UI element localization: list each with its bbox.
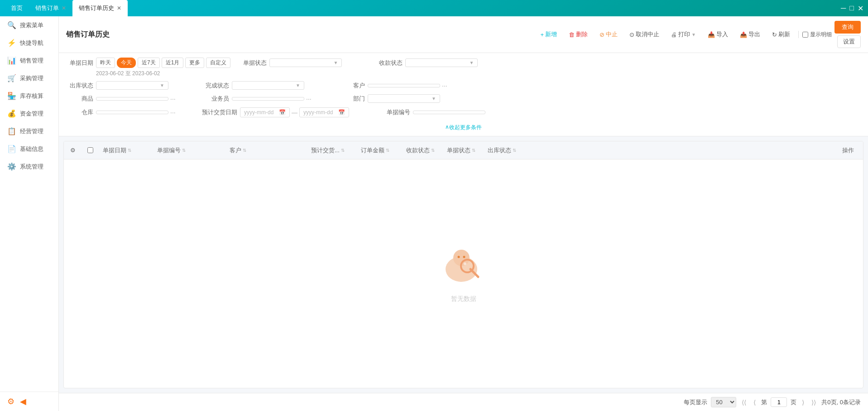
stop-icon: ⊘ bbox=[599, 31, 604, 38]
import-icon: 📥 bbox=[708, 31, 715, 38]
outbound-status-select[interactable]: ▼ bbox=[96, 81, 168, 90]
display-toggle-checkbox[interactable] bbox=[802, 32, 808, 38]
stop-button[interactable]: ⊘ 中止 bbox=[595, 29, 622, 40]
page-prev-button[interactable]: ⟨ bbox=[752, 398, 758, 407]
date-btn-custom[interactable]: 自定义 bbox=[206, 58, 230, 68]
salesperson-dots-icon[interactable]: ··· bbox=[306, 95, 312, 102]
product-dots-icon[interactable]: ··· bbox=[170, 95, 176, 102]
sidebar-item-quick-nav[interactable]: ⚡ 快捷导航 bbox=[0, 34, 58, 52]
page-size-select[interactable]: 10 20 50 100 bbox=[711, 397, 736, 407]
window-minimize-icon[interactable]: ─ bbox=[841, 4, 846, 12]
sidebar-item-finance[interactable]: 💰 资金管理 bbox=[0, 105, 58, 122]
sidebar-item-basic-info[interactable]: 📄 基础信息 bbox=[0, 140, 58, 158]
th-amount[interactable]: 订单金额 ⇅ bbox=[356, 143, 402, 158]
sidebar-collapse-icon[interactable]: ◀ bbox=[20, 396, 26, 406]
outbound-status-control: ▼ bbox=[96, 81, 193, 90]
tab-home[interactable]: 首页 bbox=[5, 0, 29, 16]
th-outbound-label: 出库状态 bbox=[488, 146, 511, 155]
chart-icon: 📊 bbox=[7, 56, 16, 65]
window-close-icon[interactable]: ✕ bbox=[858, 4, 863, 13]
select-all-checkbox[interactable] bbox=[87, 147, 93, 153]
refresh-button[interactable]: ↻ 刷新 bbox=[767, 29, 795, 40]
tab-sales-order-close[interactable]: ✕ bbox=[62, 5, 66, 11]
collapse-icon: ∧ bbox=[445, 124, 449, 131]
add-button[interactable]: + 新增 bbox=[536, 29, 562, 40]
warehouse-input[interactable] bbox=[96, 111, 168, 114]
sidebar-item-inventory-label: 库存核算 bbox=[20, 92, 43, 100]
sidebar-item-inventory[interactable]: 🏪 库存核算 bbox=[0, 87, 58, 105]
th-date[interactable]: 单据日期 ⇅ bbox=[98, 143, 153, 158]
th-customer-sort-icon: ⇅ bbox=[243, 148, 246, 153]
page-last-button[interactable]: ⟩⟩ bbox=[810, 398, 818, 407]
customer-control: ··· bbox=[368, 82, 465, 89]
salesperson-input[interactable] bbox=[232, 97, 304, 101]
date-btn-yesterday[interactable]: 昨天 bbox=[96, 58, 115, 68]
date-btn-1month[interactable]: 近1月 bbox=[162, 58, 184, 68]
delivery-date-start[interactable]: yyyy-mm-dd 📅 bbox=[240, 107, 290, 117]
date-btn-more[interactable]: 更多 bbox=[185, 58, 204, 68]
add-icon: + bbox=[541, 31, 544, 38]
th-delivery-label: 预计交货... bbox=[311, 146, 340, 155]
sidebar-item-operations[interactable]: 📋 经营管理 bbox=[0, 122, 58, 140]
tab-home-label: 首页 bbox=[11, 4, 23, 12]
department-select[interactable]: ▼ bbox=[368, 94, 440, 103]
date-btn-7days[interactable]: 近7天 bbox=[138, 58, 160, 68]
page-first-button[interactable]: ⟨⟨ bbox=[740, 398, 748, 407]
th-gear[interactable]: ⚙ bbox=[64, 143, 82, 157]
completion-status-label: 完成状态 bbox=[202, 82, 229, 90]
filter-order-no: 单据编号 bbox=[383, 108, 510, 116]
cancel-stop-button[interactable]: ⊙ 取消中止 bbox=[625, 29, 664, 40]
sidebar-item-system[interactable]: ⚙️ 系统管理 bbox=[0, 158, 58, 175]
delivery-date-end[interactable]: yyyy-mm-dd 📅 bbox=[299, 107, 349, 117]
completion-status-select[interactable]: ▼ bbox=[232, 81, 304, 90]
sidebar-item-quick-nav-label: 快捷导航 bbox=[20, 39, 43, 47]
settings-button[interactable]: 设置 bbox=[837, 35, 861, 48]
sidebar-settings-icon[interactable]: ⚙ bbox=[7, 396, 14, 406]
th-check[interactable] bbox=[82, 144, 98, 157]
date-display: 2023-06-02 至 2023-06-02 bbox=[96, 70, 861, 77]
collapse-row[interactable]: ∧ 收起更多条件 bbox=[66, 122, 861, 133]
tab-sales-history[interactable]: 销售订单历史 ✕ bbox=[72, 0, 128, 16]
sidebar-item-sales[interactable]: 📊 销售管理 bbox=[0, 52, 58, 69]
tab-sales-history-close[interactable]: ✕ bbox=[117, 5, 121, 11]
filter-row-1: 单据日期 昨天 今天 近7天 近1月 更多 自定义 单据状态 bbox=[66, 58, 861, 68]
sidebar-item-purchase[interactable]: 🛒 采购管理 bbox=[0, 69, 58, 87]
th-customer[interactable]: 客户 ⇅ bbox=[225, 143, 307, 158]
stop-label: 中止 bbox=[606, 30, 618, 39]
query-button[interactable]: 查询 bbox=[834, 21, 861, 34]
top-bar-controls: ─ □ ✕ bbox=[841, 4, 863, 13]
display-toggle[interactable]: 显示明细 bbox=[802, 31, 832, 39]
cart-icon: 🛒 bbox=[7, 74, 16, 82]
svg-point-6 bbox=[464, 262, 466, 265]
tab-sales-order[interactable]: 销售订单 ✕ bbox=[29, 0, 72, 16]
th-receipt[interactable]: 收款状态 ⇅ bbox=[402, 143, 442, 158]
sidebar-item-search[interactable]: 🔍 搜索菜单 bbox=[0, 16, 58, 34]
search-icon: 🔍 bbox=[7, 21, 16, 29]
th-no[interactable]: 单据编号 ⇅ bbox=[153, 143, 225, 158]
outbound-status-label: 出库状态 bbox=[66, 82, 93, 90]
customer-dots-icon[interactable]: ··· bbox=[442, 82, 447, 89]
th-status[interactable]: 单据状态 ⇅ bbox=[442, 143, 483, 158]
print-button[interactable]: 🖨 打印 ▼ bbox=[667, 29, 700, 40]
th-delivery[interactable]: 预计交货... ⇅ bbox=[307, 143, 356, 158]
customer-input[interactable] bbox=[368, 84, 440, 87]
order-status-select[interactable]: ▼ bbox=[269, 58, 342, 67]
th-outbound[interactable]: 出库状态 ⇅ bbox=[483, 143, 524, 158]
order-no-input[interactable] bbox=[413, 111, 485, 114]
window-maximize-icon[interactable]: □ bbox=[849, 4, 854, 12]
export-button[interactable]: 📤 导出 bbox=[735, 29, 765, 40]
page-number-input[interactable] bbox=[771, 397, 787, 407]
delete-button[interactable]: 🗑 删除 bbox=[564, 29, 592, 40]
delete-icon: 🗑 bbox=[569, 31, 575, 38]
import-button[interactable]: 📥 导入 bbox=[703, 29, 733, 40]
completion-status-chevron: ▼ bbox=[296, 83, 300, 88]
product-input[interactable] bbox=[96, 97, 168, 101]
sidebar-item-purchase-label: 采购管理 bbox=[20, 74, 43, 82]
content-area: 销售订单历史 + 新增 🗑 删除 ⊘ 中止 ⊙ 取消中止 bbox=[59, 16, 868, 411]
order-status-control: ▼ bbox=[269, 58, 366, 67]
refresh-icon: ↻ bbox=[772, 31, 777, 38]
date-btn-today[interactable]: 今天 bbox=[117, 58, 136, 68]
warehouse-dots-icon[interactable]: ··· bbox=[170, 109, 176, 116]
page-next-button[interactable]: ⟩ bbox=[800, 398, 806, 407]
receipt-status-select[interactable]: ▼ bbox=[405, 58, 478, 67]
